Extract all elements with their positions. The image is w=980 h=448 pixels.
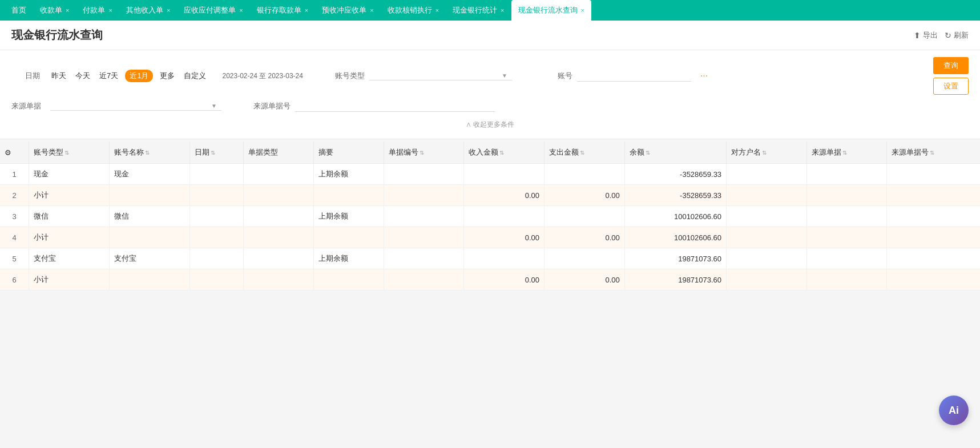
cell-source_doc_num: [887, 206, 980, 227]
cell-expense: [545, 248, 625, 269]
col-label: 日期: [195, 148, 209, 156]
data-table: ⚙账号类型⇅账号名称⇅日期⇅单据类型摘要单据编号⇅收入金额⇅支出金额⇅余额⇅对方…: [0, 142, 980, 290]
account-input[interactable]: [582, 71, 687, 80]
cell-income: 0.00: [464, 269, 545, 290]
filter-row-source: 来源单据 ▼ 来源单据号: [11, 100, 969, 112]
source-doc-num-input[interactable]: [300, 102, 490, 110]
cell-index: 4: [0, 227, 29, 248]
export-icon: ⬆: [914, 31, 921, 40]
col-header-balance[interactable]: 余额⇅: [624, 142, 726, 164]
cell-source_doc: [806, 185, 887, 206]
col-header-account_name[interactable]: 账号名称⇅: [109, 142, 189, 164]
nav-tab-label: 其他收入单: [126, 5, 163, 15]
col-header-doc_num[interactable]: 单据编号⇅: [384, 142, 464, 164]
cell-source_doc_num: [887, 248, 980, 269]
top-navigation: 首页 收款单×付款单×其他收入单×应收应付调整单×银行存取款单×预收冲应收单×收…: [0, 0, 980, 21]
cell-date: [189, 185, 243, 206]
cell-counterpart: [727, 248, 807, 269]
export-button[interactable]: ⬆ 导出: [914, 30, 938, 41]
sort-icon: ⇅: [842, 150, 847, 156]
cell-date: [189, 248, 243, 269]
date-option-今天[interactable]: 今天: [73, 70, 92, 82]
cell-summary: [313, 227, 384, 248]
col-header-counterpart[interactable]: 对方户名⇅: [727, 142, 807, 164]
date-options: 昨天今天近7天近1月更多自定义: [49, 70, 208, 82]
nav-tab-label: 现金银行统计: [453, 5, 497, 15]
nav-tab-现金银行流水查询[interactable]: 现金银行流水查询×: [511, 0, 591, 21]
refresh-label: 刷新: [954, 30, 969, 41]
nav-tabs: 收款单×付款单×其他收入单×应收应付调整单×银行存取款单×预收冲应收单×收款核销…: [33, 0, 591, 21]
close-icon[interactable]: ×: [581, 7, 584, 14]
nav-tab-label: 付款单: [83, 5, 105, 15]
cell-source_doc: [806, 227, 887, 248]
cell-account_type: 微信: [29, 206, 110, 227]
cell-balance: 19871073.60: [624, 248, 726, 269]
source-doc-select[interactable]: ▼: [50, 102, 221, 111]
date-option-近7天[interactable]: 近7天: [97, 70, 120, 82]
close-icon[interactable]: ×: [435, 7, 439, 14]
cell-summary: 上期余额: [313, 164, 384, 185]
cell-income: [464, 206, 545, 227]
col-header-expense[interactable]: 支出金额⇅: [545, 142, 625, 164]
col-label: 支出金额: [549, 148, 579, 156]
more-options-icon[interactable]: ···: [700, 71, 708, 81]
cell-counterpart: [727, 185, 807, 206]
close-icon[interactable]: ×: [305, 7, 308, 14]
close-icon[interactable]: ×: [501, 7, 504, 14]
cell-income: 0.00: [464, 227, 545, 248]
cell-account_type: 小计: [29, 185, 110, 206]
collapse-bar[interactable]: ∧ 收起更多条件: [11, 118, 969, 132]
close-icon[interactable]: ×: [66, 7, 69, 14]
col-header-source_doc_num[interactable]: 来源单据号⇅: [887, 142, 980, 164]
chevron-down-icon2: ▼: [211, 103, 217, 109]
settings-col-icon[interactable]: ⚙: [5, 148, 11, 157]
date-option-更多[interactable]: 更多: [158, 70, 177, 82]
close-icon[interactable]: ×: [108, 7, 112, 14]
refresh-button[interactable]: ↻ 刷新: [945, 30, 969, 41]
col-header-account_type[interactable]: 账号类型⇅: [29, 142, 110, 164]
settings-button[interactable]: 设置: [933, 78, 969, 95]
cell-doc_num: [384, 185, 464, 206]
close-icon[interactable]: ×: [239, 7, 243, 14]
col-header-date[interactable]: 日期⇅: [189, 142, 243, 164]
nav-tab-付款单[interactable]: 付款单×: [76, 0, 119, 21]
cell-index: 1: [0, 164, 29, 185]
cell-account_name: [109, 269, 189, 290]
sort-icon: ⇅: [646, 150, 650, 156]
col-header-income[interactable]: 收入金额⇅: [464, 142, 545, 164]
query-button[interactable]: 查询: [933, 57, 969, 74]
nav-tab-应收应付调整单[interactable]: 应收应付调整单×: [177, 0, 249, 21]
nav-tab-收款核销执行[interactable]: 收款核销执行×: [381, 0, 446, 21]
date-option-近1月[interactable]: 近1月: [125, 70, 153, 82]
cell-balance: 100102606.60: [624, 206, 726, 227]
cell-doc_num: [384, 248, 464, 269]
col-header-source_doc[interactable]: 来源单据⇅: [806, 142, 887, 164]
close-icon[interactable]: ×: [167, 7, 170, 14]
nav-tab-银行存取款单[interactable]: 银行存取款单×: [250, 0, 315, 21]
col-label: 对方户名: [731, 148, 761, 156]
nav-home[interactable]: 首页: [5, 5, 33, 15]
col-label: 来源单据: [812, 148, 841, 156]
close-icon[interactable]: ×: [370, 7, 373, 14]
nav-tab-现金银行统计[interactable]: 现金银行统计×: [446, 0, 511, 21]
cell-summary: [313, 269, 384, 290]
account-type-label: 账号类型: [335, 71, 365, 81]
nav-tab-label: 银行存取款单: [257, 5, 301, 15]
cell-source_doc_num: [887, 269, 980, 290]
cell-balance: 100102606.60: [624, 227, 726, 248]
col-label: 来源单据号: [892, 148, 929, 156]
nav-tab-其他收入单[interactable]: 其他收入单×: [119, 0, 177, 21]
date-option-自定义[interactable]: 自定义: [182, 70, 208, 82]
nav-tab-收款单[interactable]: 收款单×: [33, 0, 76, 21]
table-area: ⚙账号类型⇅账号名称⇅日期⇅单据类型摘要单据编号⇅收入金额⇅支出金额⇅余额⇅对方…: [0, 142, 980, 290]
date-option-昨天[interactable]: 昨天: [49, 70, 68, 82]
cell-source_doc: [806, 164, 887, 185]
account-type-select[interactable]: ▼: [369, 71, 512, 80]
sort-icon: ⇅: [211, 150, 215, 156]
cell-account_type: 小计: [29, 269, 110, 290]
cell-account_type: 支付宝: [29, 248, 110, 269]
cell-doc_num: [384, 269, 464, 290]
date-range: 2023-02-24 至 2023-03-24: [222, 71, 303, 81]
nav-tab-预收冲应收单[interactable]: 预收冲应收单×: [315, 0, 380, 21]
table-row: 1现金现金上期余额-3528659.33: [0, 164, 980, 185]
